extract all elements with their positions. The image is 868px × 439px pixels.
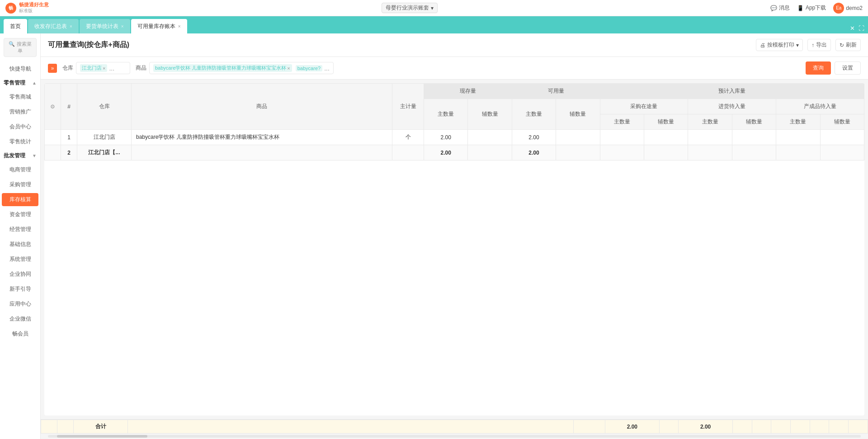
scrollbar-thumb[interactable] <box>57 435 147 438</box>
cell-prod-pending-main-2 <box>776 145 820 160</box>
tab-bar-actions: ✕ ⛶ <box>850 25 864 33</box>
cell-stock-aux <box>468 130 512 145</box>
sidebar-member-label: 会员中心 <box>9 123 31 130</box>
tab-receive-send-close[interactable]: × <box>70 24 72 29</box>
product-tag-1[interactable]: babycare学饮杯 儿童防摔防撞吸管杯重力球吸嘴杯宝宝水杯 × <box>153 64 292 72</box>
product-tag-2-value: babycare? <box>297 66 321 71</box>
product-label: 商品 <box>136 64 146 72</box>
warehouse-filter: 仓库 江北门店 × ... <box>62 62 130 74</box>
app-download-btn[interactable]: 📱 App下载 <box>797 4 826 12</box>
user-area[interactable]: Ea demo2 <box>833 3 863 14</box>
close-all-icon[interactable]: ✕ <box>850 25 855 32</box>
cell-avail-aux-2 <box>556 145 600 160</box>
th-prod-pending-main: 主数量 <box>776 114 820 130</box>
tab-available-stock-close[interactable]: × <box>178 24 181 29</box>
settings-icon[interactable]: ⚙ <box>50 104 55 110</box>
th-current-stock: 现存量 <box>424 84 512 99</box>
tab-order-stat[interactable]: 要货单统计表 × <box>80 19 130 33</box>
setting-button[interactable]: 设置 <box>835 61 861 75</box>
th-settings[interactable]: ⚙ <box>45 84 61 130</box>
warehouse-tag[interactable]: 江北门店 × <box>80 64 107 72</box>
export-btn[interactable]: ↑ 导出 <box>807 39 831 51</box>
product-tag-2[interactable]: babycare? <box>296 65 322 71</box>
fullscreen-icon[interactable]: ⛶ <box>859 25 864 32</box>
sidebar-item-app-center[interactable]: 应用中心 <box>0 297 40 312</box>
sidebar-system-label: 系统管理 <box>9 256 31 262</box>
sidebar-item-basic-info[interactable]: 基础信息 <box>0 237 40 252</box>
expand-filter-btn[interactable]: » <box>48 64 57 73</box>
sidebar-item-retail-mgmt[interactable]: 零售管理 ▲ <box>0 76 40 90</box>
cell-settings-2 <box>45 145 61 160</box>
tab-receive-send-label: 收发存汇总表 <box>34 23 67 30</box>
sidebar-quick-nav-label: 快捷导航 <box>9 66 31 72</box>
sidebar-search-btn[interactable]: 🔍 搜索菜单 <box>4 38 37 57</box>
th-purchase-transit: 采购在途量 <box>600 99 688 114</box>
footer-row: 合计 2.00 2.00 <box>41 420 868 434</box>
th-prod-pending-aux: 辅数量 <box>820 114 864 130</box>
table-body: 1 江北门店 babycare学饮杯 儿童防摔防撞吸管杯重力球吸嘴杯宝宝水杯 个… <box>45 130 864 160</box>
cell-product-2 <box>132 145 392 160</box>
product-more-indicator[interactable]: ... <box>324 65 330 72</box>
sidebar-item-new-guide[interactable]: 新手引导 <box>0 282 40 297</box>
sidebar-item-marketing[interactable]: 营销推广 <box>0 104 40 119</box>
sidebar-item-retail-stat[interactable]: 零售统计 <box>0 134 40 149</box>
message-label: 消息 <box>779 4 790 12</box>
top-bar: 畅 畅捷通好生意 标准版 母婴行业演示账套 ▾ 💬 消息 📱 App下载 Ea … <box>0 0 868 16</box>
sidebar-item-system[interactable]: 系统管理 <box>0 252 40 267</box>
message-btn[interactable]: 💬 消息 <box>770 4 790 12</box>
sidebar-wechat-label: 企业微信 <box>9 316 31 322</box>
footer-cell-product <box>128 420 574 434</box>
sidebar-item-ecommerce[interactable]: 电商管理 <box>0 162 40 177</box>
cell-unit: 个 <box>392 130 424 145</box>
tab-receive-send[interactable]: 收发存汇总表 × <box>28 19 79 33</box>
query-button[interactable]: 查询 <box>806 61 831 75</box>
sidebar-item-wechat[interactable]: 企业微信 <box>0 312 40 326</box>
sidebar-item-quick-nav[interactable]: 快捷导航 <box>0 61 40 76</box>
tab-home[interactable]: 首页 <box>4 19 27 33</box>
sidebar-item-member[interactable]: 会员中心 <box>0 119 40 134</box>
top-bar-left: 畅 畅捷通好生意 标准版 <box>5 2 49 14</box>
sidebar-item-wholesale[interactable]: 批发管理 ▼ <box>0 149 40 162</box>
logo-text-area: 畅捷通好生意 标准版 <box>19 2 49 14</box>
footer-label: 合计 <box>74 420 128 434</box>
cell-purchase-transit-aux <box>644 130 688 145</box>
refresh-icon: ↻ <box>840 42 844 48</box>
sidebar-item-purchase[interactable]: 采购管理 <box>0 177 40 192</box>
app-label: App下载 <box>806 4 826 12</box>
content-area: 可用量查询(按仓库+商品) 🖨 按模板打印 ▾ ↑ 导出 ↻ 刷新 » <box>41 33 868 439</box>
page-actions: 🖨 按模板打印 ▾ ↑ 导出 ↻ 刷新 <box>756 39 861 51</box>
th-stock-main: 主数量 <box>424 99 468 130</box>
cell-warehouse-2: 江北门店【... <box>77 145 132 160</box>
sidebar-item-operation[interactable]: 经营管理 <box>0 222 40 237</box>
tab-available-stock[interactable]: 可用量库存账本 × <box>131 19 187 33</box>
warehouse-tag-remove[interactable]: × <box>103 66 105 71</box>
top-bar-right: 💬 消息 📱 App下载 Ea demo2 <box>770 3 863 14</box>
page-header: 可用量查询(按仓库+商品) 🖨 按模板打印 ▾ ↑ 导出 ↻ 刷新 <box>41 33 868 57</box>
sidebar-item-finance[interactable]: 资金管理 <box>0 207 40 222</box>
th-seq: # <box>61 84 77 130</box>
sidebar-purchase-label: 采购管理 <box>9 181 31 188</box>
product-tag-1-remove[interactable]: × <box>287 66 290 71</box>
sidebar-item-enterprise[interactable]: 企业协同 <box>0 267 40 282</box>
warehouse-input[interactable]: 江北门店 × ... <box>76 62 130 74</box>
industry-selector-area[interactable]: 母婴行业演示账套 ▾ <box>382 3 438 13</box>
avatar: Ea <box>833 3 844 14</box>
product-input[interactable]: babycare学饮杯 儿童防摔防撞吸管杯重力球吸嘴杯宝宝水杯 × babyca… <box>149 62 334 74</box>
tab-order-stat-label: 要货单统计表 <box>86 23 118 30</box>
message-icon: 💬 <box>770 5 777 11</box>
sidebar-item-inventory[interactable]: 库存核算 <box>2 193 38 206</box>
sidebar-item-retail-shop[interactable]: 零售商城 <box>0 90 40 104</box>
filter-bar: » 仓库 江北门店 × ... 商品 babycare学饮杯 儿童防摔防撞吸管杯… <box>41 57 868 80</box>
tab-order-stat-close[interactable]: × <box>121 24 124 29</box>
refresh-btn[interactable]: ↻ 刷新 <box>835 39 861 51</box>
th-purchase-transit-aux: 辅数量 <box>644 114 688 130</box>
cell-stock-aux-2 <box>468 145 512 160</box>
sidebar-marketing-label: 营销推广 <box>9 109 31 115</box>
footer-prod-main <box>829 420 849 434</box>
print-btn[interactable]: 🖨 按模板打印 ▾ <box>756 39 803 51</box>
warehouse-more-icon[interactable]: ... <box>109 65 114 72</box>
print-icon: 🖨 <box>760 42 765 48</box>
industry-selector[interactable]: 母婴行业演示账套 ▾ <box>382 3 438 13</box>
sidebar-item-member2[interactable]: 畅会员 <box>0 326 40 341</box>
cell-seq-2: 2 <box>61 145 77 160</box>
